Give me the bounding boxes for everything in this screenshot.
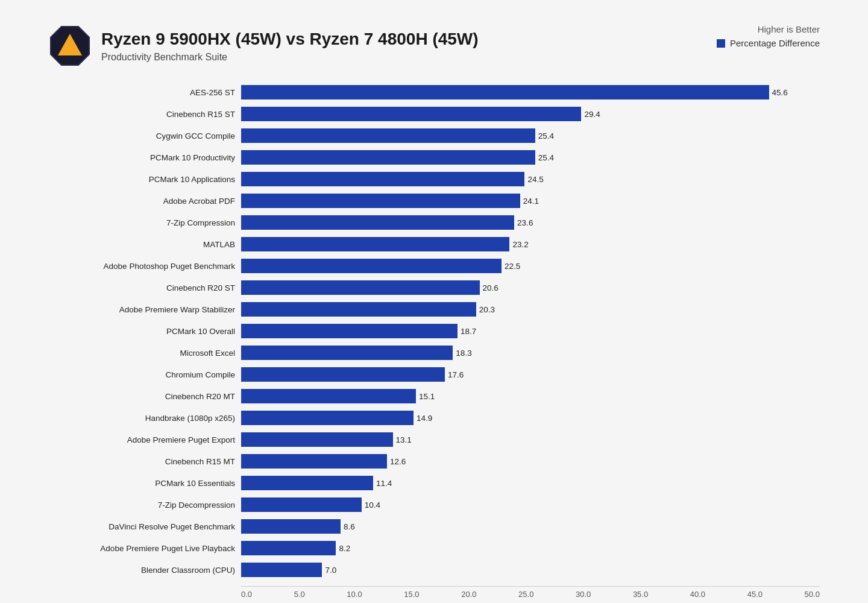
x-axis-ticks: 0.05.010.015.020.025.030.035.040.045.050… — [241, 587, 820, 599]
bar-row: Cygwin GCC Compile25.4 — [48, 125, 820, 146]
bar-row: PCMark 10 Essentials11.4 — [48, 473, 820, 493]
bar-row: Adobe Acrobat PDF24.1 — [48, 191, 820, 211]
x-tick: 45.0 — [747, 590, 763, 599]
x-tick: 35.0 — [633, 590, 648, 599]
bar-track: 18.7 — [241, 324, 820, 338]
bar-row: PCMark 10 Overall18.7 — [48, 321, 820, 341]
logo-icon — [48, 24, 92, 68]
legend-block: Higher is Better Percentage Difference — [687, 24, 820, 48]
header: Ryzen 9 5900HX (45W) vs Ryzen 7 4800H (4… — [48, 24, 820, 68]
bar-row: Adobe Premiere Warp Stabilizer20.3 — [48, 299, 820, 320]
bar-row: Handbrake (1080p x265)14.9 — [48, 408, 820, 428]
bar-label: Adobe Premiere Warp Stabilizer — [48, 305, 241, 314]
bar-value: 29.4 — [584, 110, 600, 119]
bar-fill — [241, 85, 769, 99]
bar-row: Adobe Premiere Puget Live Playback8.2 — [48, 538, 820, 558]
bar-label: 7-Zip Decompression — [48, 500, 241, 510]
bar-row: Cinebench R20 ST20.6 — [48, 277, 820, 298]
bar-value: 20.3 — [479, 305, 495, 314]
bar-fill — [241, 519, 341, 534]
bar-label: Blender Classroom (CPU) — [48, 566, 241, 575]
bar-label: PCMark 10 Essentials — [48, 479, 241, 488]
bar-label: Cinebench R15 ST — [48, 110, 241, 119]
bar-fill — [241, 497, 362, 512]
bar-label: Adobe Photoshop Puget Benchmark — [48, 262, 241, 271]
bar-fill — [241, 237, 509, 251]
bar-fill — [241, 367, 445, 382]
bar-track: 23.6 — [241, 215, 820, 230]
bar-label: Chromium Compile — [48, 370, 241, 379]
bar-row: PCMark 10 Applications24.5 — [48, 169, 820, 189]
bar-track: 15.1 — [241, 389, 820, 403]
bar-fill — [241, 107, 581, 121]
bar-row: Chromium Compile17.6 — [48, 364, 820, 385]
x-tick: 50.0 — [805, 590, 820, 599]
bar-fill — [241, 389, 416, 403]
legend-label: Percentage Difference — [730, 38, 820, 48]
bar-label: 7-Zip Compression — [48, 218, 241, 227]
bar-fill — [241, 150, 535, 165]
bar-track: 17.6 — [241, 367, 820, 382]
bar-value: 23.6 — [517, 218, 533, 227]
bar-label: Microsoft Excel — [48, 349, 241, 358]
chart-area: AES-256 ST45.6Cinebench R15 ST29.4Cygwin… — [48, 82, 820, 581]
bar-fill — [241, 280, 480, 295]
bar-row: PCMark 10 Productivity25.4 — [48, 147, 820, 168]
bar-track: 8.2 — [241, 541, 820, 555]
bar-label: Adobe Premiere Puget Live Playback — [48, 544, 241, 553]
bar-track: 7.0 — [241, 563, 820, 577]
bar-value: 20.6 — [483, 283, 498, 292]
bar-row: Cinebench R20 MT15.1 — [48, 386, 820, 406]
bar-row: Adobe Premiere Puget Export13.1 — [48, 429, 820, 450]
x-tick: 5.0 — [294, 590, 305, 599]
bar-row: Cinebench R15 MT12.6 — [48, 451, 820, 472]
bar-track: 20.6 — [241, 280, 820, 295]
bar-track: 13.1 — [241, 432, 820, 447]
bar-track: 10.4 — [241, 497, 820, 512]
bar-fill — [241, 324, 458, 338]
higher-is-better: Higher is Better — [687, 24, 820, 34]
bar-value: 24.5 — [527, 175, 543, 184]
bar-track: 11.4 — [241, 476, 820, 490]
bar-row: Adobe Photoshop Puget Benchmark22.5 — [48, 256, 820, 276]
x-tick: 15.0 — [404, 590, 419, 599]
legend-item: Percentage Difference — [687, 38, 820, 48]
bar-track: 18.3 — [241, 346, 820, 360]
bar-value: 25.4 — [538, 131, 554, 140]
bar-row: 7-Zip Decompression10.4 — [48, 494, 820, 515]
bar-label: PCMark 10 Applications — [48, 175, 241, 184]
bar-row: MATLAB23.2 — [48, 234, 820, 254]
bar-fill — [241, 432, 393, 447]
x-tick: 10.0 — [347, 590, 362, 599]
bar-fill — [241, 302, 476, 317]
bar-label: Adobe Acrobat PDF — [48, 197, 241, 206]
bar-value: 10.4 — [365, 500, 380, 510]
bar-label: AES-256 ST — [48, 88, 241, 97]
bar-label: Cygwin GCC Compile — [48, 131, 241, 140]
x-axis: 0.05.010.015.020.025.030.035.040.045.050… — [241, 586, 820, 599]
x-tick: 25.0 — [518, 590, 533, 599]
chart-container: Ryzen 9 5900HX (45W) vs Ryzen 7 4800H (4… — [30, 12, 838, 603]
bar-row: 7-Zip Compression23.6 — [48, 212, 820, 233]
bar-track: 14.9 — [241, 411, 820, 425]
bar-label: DaVinci Resolve Puget Benchmark — [48, 522, 241, 531]
bar-label: PCMark 10 Overall — [48, 327, 241, 336]
bar-fill — [241, 259, 502, 273]
bar-label: MATLAB — [48, 240, 241, 249]
x-tick: 40.0 — [690, 590, 705, 599]
bar-row: AES-256 ST45.6 — [48, 82, 820, 103]
bar-fill — [241, 411, 414, 425]
bar-track: 22.5 — [241, 259, 820, 273]
bar-fill — [241, 172, 524, 186]
bar-label: Adobe Premiere Puget Export — [48, 435, 241, 444]
bar-value: 25.4 — [538, 153, 554, 162]
bar-row: DaVinci Resolve Puget Benchmark8.6 — [48, 516, 820, 537]
bar-track: 24.5 — [241, 172, 820, 186]
bar-row: Cinebench R15 ST29.4 — [48, 104, 820, 124]
bar-value: 12.6 — [390, 457, 406, 466]
bar-track: 8.6 — [241, 519, 820, 534]
bar-fill — [241, 346, 453, 360]
bar-value: 14.9 — [417, 414, 432, 423]
bar-value: 17.6 — [448, 370, 464, 379]
chart-subtitle: Productivity Benchmark Suite — [101, 52, 479, 63]
